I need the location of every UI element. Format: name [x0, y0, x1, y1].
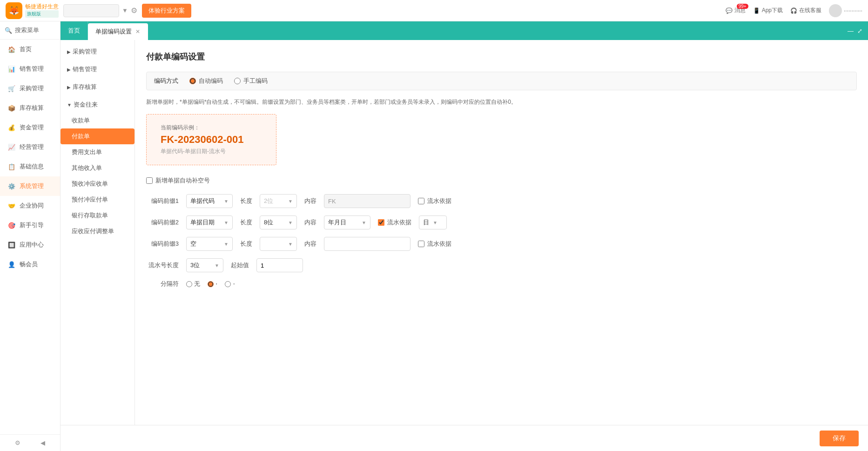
- separator-dash-radio[interactable]: [225, 281, 231, 287]
- manual-code-option[interactable]: 手工编码: [234, 77, 268, 85]
- sidebar-search[interactable]: 🔍 搜索菜单: [0, 21, 60, 40]
- middle-content: ▶ 采购管理 ▶ 销售管理 ▶ 库存核算: [61, 40, 868, 425]
- code-method-bar: 编码方式 自动编码 手工编码: [146, 72, 857, 90]
- flow-check-1[interactable]: [418, 198, 424, 204]
- dropdown-icon[interactable]: ▼: [122, 7, 128, 14]
- day-select-arrow: ▼: [433, 220, 437, 225]
- sub-group-capital-title[interactable]: ▼ 资金往来: [61, 97, 135, 113]
- sub-leaf-other-income[interactable]: 其他收入单: [61, 160, 135, 176]
- service-label: 在线客服: [799, 7, 821, 14]
- sub-group-purchase-title[interactable]: ▶ 采购管理: [61, 44, 135, 60]
- apps-icon: 🔲: [7, 241, 16, 249]
- tab-close-icon[interactable]: ✕: [135, 28, 140, 35]
- separator-dash[interactable]: ·: [225, 280, 235, 288]
- separator-none[interactable]: 无: [186, 280, 200, 288]
- sub-leaf-adjustment[interactable]: 应收应付调整单: [61, 223, 135, 239]
- user-avatar[interactable]: ············: [829, 4, 862, 17]
- flow-check-3[interactable]: [418, 241, 424, 247]
- prefix-select-2-arrow: ▼: [224, 220, 229, 225]
- preview-sub: 单据代码-单据日期-流水号: [161, 148, 262, 155]
- tab-maximize-icon[interactable]: ⤢: [857, 27, 862, 34]
- arrow-icon-2: ▶: [67, 67, 71, 72]
- sub-group-sales-title[interactable]: ▶ 销售管理: [61, 61, 135, 77]
- tab-code-setting[interactable]: 单据编码设置 ✕: [88, 23, 148, 40]
- sidebar-label-guide: 新手引导: [20, 221, 44, 229]
- prefix-row-1: 编码前缀1 单据代码 ▼ 长度 2位 ▼ 内容 FK 流水依据: [146, 194, 857, 208]
- app-download-item[interactable]: 📱 App下载: [753, 7, 783, 14]
- serial-row: 流水号长度 3位 ▼ 起始值 1: [146, 258, 857, 272]
- content-label-3: 内容: [304, 240, 316, 248]
- sub-leaf-prepay-recv[interactable]: 预收冲应收单: [61, 176, 135, 192]
- tab-code-setting-label: 单据编码设置: [95, 27, 132, 36]
- sub-group-inventory-label: 库存核算: [73, 83, 97, 91]
- sidebar-item-basic[interactable]: 📋 基础信息: [0, 157, 60, 176]
- search-label: 搜索菜单: [15, 26, 39, 34]
- separator-dot[interactable]: ·: [208, 280, 217, 288]
- sidebar-item-home[interactable]: 🏠 首页: [0, 40, 60, 59]
- sidebar-item-sales[interactable]: 📊 销售管理: [0, 59, 60, 79]
- sidebar-item-mgmt[interactable]: 📈 经营管理: [0, 137, 60, 157]
- separator-row: 分隔符 无 · ·: [146, 280, 857, 288]
- settings-bottom-icon[interactable]: ⚙: [15, 439, 20, 446]
- sidebar-item-member[interactable]: 👤 畅会员: [0, 255, 60, 274]
- content-input-3[interactable]: [324, 237, 410, 251]
- content-select-2[interactable]: 年月日 ▼: [324, 215, 370, 229]
- sub-leaf-bank[interactable]: 银行存取款单: [61, 208, 135, 223]
- length-select-2-arrow: ▼: [288, 220, 293, 225]
- tab-home[interactable]: 首页: [61, 21, 88, 40]
- message-item[interactable]: 💬 消息 99+: [726, 7, 746, 14]
- main-layout: 🔍 搜索菜单 🏠 首页 📊 销售管理 🛒 采购管理 📦 库存核算 💰 资金管理 …: [0, 21, 868, 451]
- save-button[interactable]: 保存: [820, 431, 859, 446]
- sidebar-label-finance: 资金管理: [20, 123, 44, 132]
- auto-fill-row: 新增单据自动补空号: [146, 176, 857, 185]
- industry-button[interactable]: 体验行业方案: [142, 4, 191, 18]
- content-select-2-value: 年月日: [328, 218, 346, 227]
- top-bar-left: 🦊 畅捷通好生意 旗舰版 ▼ ⚙ 体验行业方案: [6, 2, 191, 19]
- sub-leaf-prepay-pay[interactable]: 预付冲应付单: [61, 192, 135, 208]
- prefix-select-3-arrow: ▼: [224, 242, 229, 247]
- sidebar-item-collab[interactable]: 🤝 企业协同: [0, 196, 60, 215]
- prefix-row-3: 编码前缀3 空 ▼ 长度 ▼ 内容 流水依据: [146, 237, 857, 251]
- prefix-select-1[interactable]: 单据代码 ▼: [186, 194, 233, 208]
- sidebar-item-guide[interactable]: 🎯 新手引导: [0, 215, 60, 235]
- tab-minimize-icon[interactable]: —: [848, 27, 854, 34]
- serial-length-select[interactable]: 3位 ▼: [186, 258, 223, 272]
- service-item[interactable]: 🎧 在线客服: [790, 7, 821, 14]
- sidebar-item-purchase[interactable]: 🛒 采购管理: [0, 79, 60, 98]
- sub-group-inventory: ▶ 库存核算: [61, 79, 135, 95]
- manual-code-radio[interactable]: [234, 78, 241, 84]
- sidebar-item-apps[interactable]: 🔲 应用中心: [0, 235, 60, 255]
- sub-group-inventory-title[interactable]: ▶ 库存核算: [61, 79, 135, 95]
- sidebar-label-inventory: 库存核算: [20, 104, 44, 112]
- sidebar-item-finance[interactable]: 💰 资金管理: [0, 118, 60, 137]
- company-selector[interactable]: [63, 4, 119, 17]
- separator-none-radio[interactable]: [186, 281, 192, 287]
- collapse-icon[interactable]: ◀: [40, 439, 45, 446]
- sub-leaf-expense[interactable]: 费用支出单: [61, 144, 135, 160]
- auto-code-option[interactable]: 自动编码: [189, 77, 223, 85]
- sidebar-item-inventory[interactable]: 📦 库存核算: [0, 98, 60, 118]
- sub-leaf-payment[interactable]: 付款单: [61, 128, 135, 144]
- flow-check-2[interactable]: [378, 219, 384, 226]
- member-icon: 👤: [7, 260, 16, 269]
- sub-leaf-receipt[interactable]: 收款单: [61, 113, 135, 128]
- length-select-2[interactable]: 8位 ▼: [260, 215, 297, 229]
- settings-icon[interactable]: ⚙: [131, 6, 137, 15]
- prefix-select-3[interactable]: 空 ▼: [186, 237, 233, 251]
- length-select-3[interactable]: ▼: [260, 237, 297, 251]
- auto-code-radio[interactable]: [189, 78, 196, 84]
- day-select-2[interactable]: 日 ▼: [419, 215, 447, 229]
- page-title: 付款单编码设置: [146, 51, 857, 62]
- auto-fill-checkbox[interactable]: [146, 177, 153, 184]
- start-value-input[interactable]: 1: [256, 258, 303, 272]
- app-icon: 📱: [753, 7, 760, 14]
- prefix-select-1-value: 单据代码: [190, 197, 215, 205]
- mgmt-icon: 📈: [7, 143, 16, 151]
- prefix-label-2: 编码前缀2: [146, 218, 179, 227]
- separator-dot-radio[interactable]: [208, 281, 214, 287]
- prefix-select-2[interactable]: 单据日期 ▼: [186, 215, 233, 229]
- basic-icon: 📋: [7, 162, 16, 171]
- length-select-1[interactable]: 2位 ▼: [260, 194, 297, 208]
- sidebar-label-system: 系统管理: [20, 182, 44, 190]
- sidebar-item-system[interactable]: ⚙️ 系统管理: [0, 176, 60, 196]
